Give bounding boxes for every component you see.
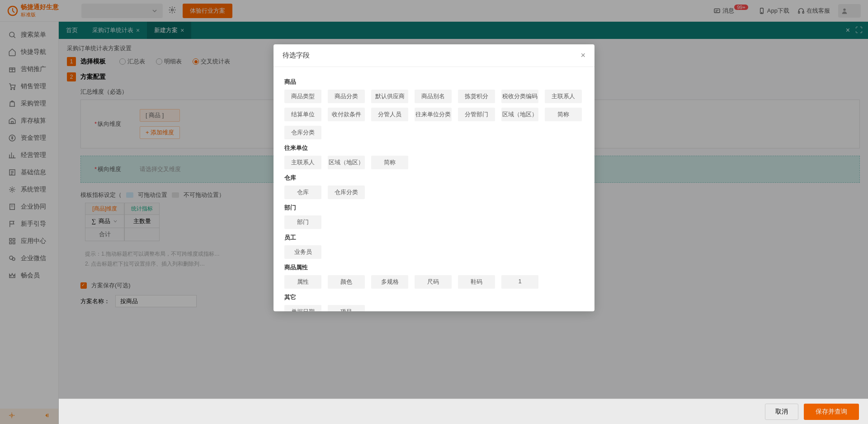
modal-header: 待选字段 × xyxy=(274,44,594,67)
field-chip[interactable]: 往来单位分类 xyxy=(415,108,452,121)
field-group-title: 员工 xyxy=(284,233,584,242)
field-chip[interactable]: 主联系人 xyxy=(284,156,321,169)
field-chip[interactable]: 商品类型 xyxy=(284,90,321,103)
field-chip[interactable]: 颜色 xyxy=(328,275,365,289)
field-group-title: 往来单位 xyxy=(284,144,584,152)
field-group-chips: 部门 xyxy=(284,215,584,229)
field-group-title: 仓库 xyxy=(284,174,584,182)
field-chip[interactable]: 项目 xyxy=(328,305,365,311)
field-chip[interactable]: 业务员 xyxy=(284,245,321,259)
field-chip[interactable]: 分管人员 xyxy=(371,108,408,121)
field-chip[interactable]: 结算单位 xyxy=(284,108,321,121)
field-chip[interactable]: 1 xyxy=(501,275,538,289)
modal-title: 待选字段 xyxy=(283,51,310,60)
field-chip[interactable]: 商品别名 xyxy=(415,90,452,103)
field-chip[interactable]: 区域（地区） xyxy=(328,156,365,169)
field-group-chips: 属性颜色多规格尺码鞋码1 xyxy=(284,275,584,289)
field-chip[interactable]: 简称 xyxy=(545,108,582,121)
field-chip[interactable]: 部门 xyxy=(284,215,321,229)
modal-close-button[interactable]: × xyxy=(580,51,585,60)
field-chip[interactable]: 拣货积分 xyxy=(458,90,495,103)
field-chip[interactable]: 尺码 xyxy=(415,275,452,289)
field-chip[interactable]: 收付款条件 xyxy=(328,108,365,121)
footer-bar: 取消 保存并查询 xyxy=(59,399,868,424)
field-group-chips: 仓库仓库分类 xyxy=(284,186,584,199)
modal-body: 商品商品类型商品分类默认供应商商品别名拣货积分税收分类编码主联系人结算单位收付款… xyxy=(274,67,594,311)
field-chip[interactable]: 税收分类编码 xyxy=(501,90,538,103)
field-chip[interactable]: 主联系人 xyxy=(545,90,582,103)
field-group-chips: 业务员 xyxy=(284,245,584,259)
field-group-chips: 商品类型商品分类默认供应商商品别名拣货积分税收分类编码主联系人结算单位收付款条件… xyxy=(284,90,584,139)
field-chip[interactable]: 鞋码 xyxy=(458,275,495,289)
field-chip[interactable]: 简称 xyxy=(371,156,408,169)
field-chip[interactable]: 多规格 xyxy=(371,275,408,289)
field-group-title: 商品属性 xyxy=(284,263,584,272)
save-query-button[interactable]: 保存并查询 xyxy=(804,404,859,420)
field-chip[interactable]: 仓库 xyxy=(284,186,321,199)
cancel-button[interactable]: 取消 xyxy=(765,404,798,420)
field-chip[interactable]: 仓库分类 xyxy=(284,126,321,139)
field-chip[interactable]: 商品分类 xyxy=(328,90,365,103)
field-group-title: 商品 xyxy=(284,78,584,86)
field-group-chips: 主联系人区域（地区）简称 xyxy=(284,156,584,169)
field-chip[interactable]: 属性 xyxy=(284,275,321,289)
field-chip[interactable]: 分管部门 xyxy=(458,108,495,121)
field-picker-modal: 待选字段 × 商品商品类型商品分类默认供应商商品别名拣货积分税收分类编码主联系人… xyxy=(274,44,594,311)
field-chip[interactable]: 单据日期 xyxy=(284,305,321,311)
field-chip[interactable]: 默认供应商 xyxy=(371,90,408,103)
field-group-title: 部门 xyxy=(284,204,584,212)
field-chip[interactable]: 区域（地区） xyxy=(501,108,538,121)
field-group-title: 其它 xyxy=(284,293,584,301)
field-group-chips: 单据日期项目 xyxy=(284,305,584,311)
field-chip[interactable]: 仓库分类 xyxy=(328,186,365,199)
